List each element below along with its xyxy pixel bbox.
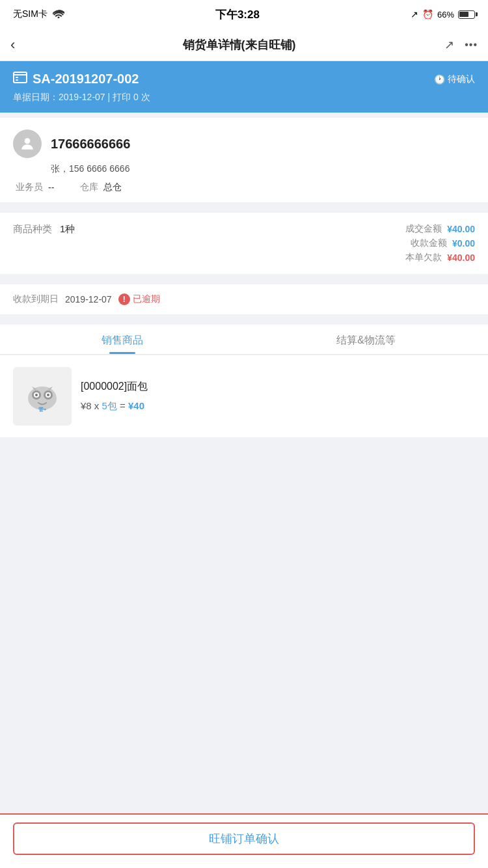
order-header-card: SA-20191207-002 🕐 待确认 单据日期：2019-12-07 | … (0, 61, 488, 113)
order-id-row: SA-20191207-002 🕐 待确认 (13, 72, 475, 87)
due-date-value: 2019-12-07 (65, 294, 112, 305)
nav-actions: ↗ ••• (444, 38, 478, 52)
share-button[interactable]: ↗ (444, 38, 454, 52)
status-left: 无SIM卡 (13, 8, 64, 20)
summary-card: 商品种类 1种 成交金额 ¥40.00 收款金额 ¥0.00 本单欠款 ¥40.… (0, 213, 488, 274)
status-right: ↗ ⏰ 66% (411, 9, 475, 20)
price-unit: ¥8 (81, 400, 92, 411)
order-id-text: SA-20191207-002 (33, 72, 139, 87)
deal-amount-line: 成交金额 ¥40.00 (405, 223, 475, 235)
received-amount-line: 收款金额 ¥0.00 (411, 237, 475, 249)
overdue-warning-icon: ! (118, 293, 130, 305)
bottom-bar: 旺铺订单确认 (0, 813, 488, 868)
nav-bar: ‹ 销货单详情(来自旺铺) ↗ ••• (0, 29, 488, 61)
status-bar: 无SIM卡 下午3:28 ↗ ⏰ 66% (0, 0, 488, 29)
overdue-text: 已逾期 (133, 293, 160, 305)
price-multiply: x (94, 400, 102, 411)
product-list: 管+ [0000002]面包 ¥8 x 5包 = ¥40 (0, 355, 488, 438)
product-name: [0000002]面包 (81, 380, 475, 394)
warehouse-value: 总仓 (103, 182, 122, 193)
svg-point-3 (25, 138, 31, 144)
product-types-value: 1种 (60, 223, 75, 236)
product-thumbnail: 管+ (13, 367, 72, 426)
table-row: 管+ [0000002]面包 ¥8 x 5包 = ¥40 (0, 355, 488, 438)
confirm-order-button[interactable]: 旺铺订单确认 (13, 822, 475, 855)
price-equals: = (120, 400, 128, 411)
tab-sales-products[interactable]: 销售商品 (0, 325, 244, 354)
order-date: 单据日期：2019-12-07 | 打印 0 次 (13, 92, 475, 103)
svg-text:管+: 管+ (38, 407, 47, 413)
deal-amount-label: 成交金额 (405, 223, 442, 235)
due-date-card: 收款到期日 2019-12-07 ! 已逾期 (0, 284, 488, 314)
location-icon: ↗ (411, 9, 418, 20)
customer-row: 17666666666 (13, 129, 475, 158)
debt-amount-line: 本单欠款 ¥40.00 (405, 252, 475, 264)
separator-4 (0, 319, 488, 325)
product-price: ¥8 x 5包 = ¥40 (81, 400, 475, 413)
sales-rep-item: 业务员 -- (16, 182, 54, 193)
customer-avatar (13, 129, 42, 158)
tab-settlement-logistics-label: 结算&物流等 (336, 334, 396, 346)
customer-phone: 17666666666 (51, 137, 130, 152)
separator-2 (0, 208, 488, 213)
carrier-text: 无SIM卡 (13, 8, 47, 20)
svg-point-10 (47, 394, 49, 396)
customer-meta: 业务员 -- 仓库 总仓 (13, 182, 475, 193)
battery-percent: 66% (437, 10, 454, 20)
price-qty: 5包 (102, 400, 117, 411)
svg-rect-2 (16, 79, 18, 81)
order-id-icon (13, 72, 27, 87)
sales-rep-label: 业务员 (16, 182, 43, 193)
debt-amount-value: ¥40.00 (447, 252, 475, 263)
warehouse-item: 仓库 总仓 (80, 182, 122, 193)
sales-rep-value: -- (48, 182, 54, 193)
debt-amount-label: 本单欠款 (405, 252, 442, 264)
warehouse-label: 仓库 (80, 182, 98, 193)
received-amount-value: ¥0.00 (452, 238, 475, 249)
status-clock-icon: 🕐 (434, 74, 445, 85)
product-info: [0000002]面包 ¥8 x 5包 = ¥40 (81, 380, 475, 413)
overdue-badge: ! 已逾期 (118, 293, 160, 305)
order-id: SA-20191207-002 (13, 72, 139, 87)
svg-rect-1 (16, 77, 18, 78)
separator-1 (0, 113, 488, 118)
alarm-icon: ⏰ (422, 9, 433, 20)
deal-amount-value: ¥40.00 (447, 224, 475, 234)
content-area (0, 438, 488, 620)
nav-title: 销货单详情(来自旺铺) (34, 37, 444, 53)
due-date-label: 收款到期日 (13, 293, 59, 305)
tab-settlement-logistics[interactable]: 结算&物流等 (244, 325, 488, 354)
back-button[interactable]: ‹ (10, 36, 34, 53)
summary-right: 成交金额 ¥40.00 收款金额 ¥0.00 本单欠款 ¥40.00 (405, 223, 475, 264)
summary-left: 商品种类 1种 (13, 223, 75, 236)
received-amount-label: 收款金额 (411, 237, 447, 249)
tab-sales-products-label: 销售商品 (102, 334, 143, 346)
order-status: 🕐 待确认 (434, 74, 475, 85)
tabs-container: 销售商品 结算&物流等 (0, 325, 488, 355)
wifi-icon (53, 9, 64, 20)
status-text: 待确认 (448, 74, 475, 85)
svg-point-9 (35, 394, 38, 396)
product-types-label: 商品种类 (13, 223, 52, 236)
battery-icon (458, 10, 475, 19)
customer-name: 张，156 6666 6666 (13, 163, 475, 175)
status-time: 下午3:28 (215, 7, 260, 22)
separator-3 (0, 279, 488, 284)
more-button[interactable]: ••• (465, 39, 478, 51)
customer-card: 17666666666 张，156 6666 6666 业务员 -- 仓库 总仓 (0, 118, 488, 202)
price-total: ¥40 (128, 400, 144, 411)
